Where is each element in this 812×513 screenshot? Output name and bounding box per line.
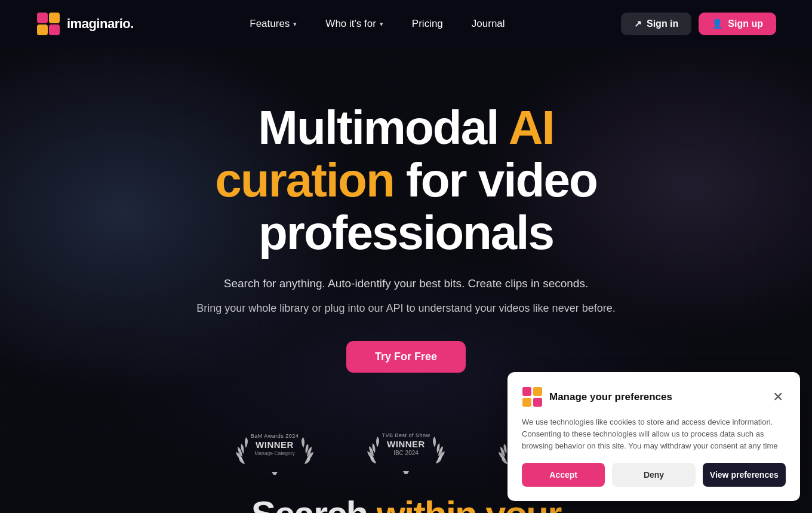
signin-button[interactable]: ↗ Sign in [621,13,691,35]
cookie-deny-button[interactable]: Deny [612,463,695,487]
award-status-label-2: WINNER [382,439,430,450]
nav-link-who-its-for[interactable]: Who it's for ▾ [313,12,395,36]
svg-rect-2 [37,24,48,35]
features-chevron-icon: ▾ [293,20,297,28]
award-org-label-2: TVB Best of Show [382,432,430,439]
award-text-bam-2024: BaM Awards 2024 WINNER Manage Category [251,433,299,456]
logo-link[interactable]: imaginario. [36,11,134,36]
cookie-brand-icon [522,386,543,408]
nav-links: Features ▾ Who it's for ▾ Pricing Journa… [238,12,516,36]
logo-text: imaginario. [67,16,134,32]
cookie-header: Manage your preferences ✕ [522,386,786,408]
svg-rect-5 [533,387,542,396]
who-its-for-chevron-icon: ▾ [380,20,383,28]
cookie-accept-button[interactable]: Accept [522,463,605,487]
try-for-free-button[interactable]: Try For Free [346,341,466,373]
svg-rect-4 [522,387,531,396]
cookie-view-preferences-button[interactable]: View preferences [703,463,786,487]
nav-link-pricing[interactable]: Pricing [400,12,455,36]
nav-actions: ↗ Sign in 👤 Sign up [621,13,776,35]
cookie-brand: Manage your preferences [522,386,672,408]
hero-section: Multimodal AI curation for video profess… [0,48,812,408]
nav-link-features[interactable]: Features ▾ [238,12,309,36]
svg-rect-0 [37,13,48,23]
award-category-label: Manage Category [251,450,299,456]
cookie-close-button[interactable]: ✕ [770,388,786,406]
award-text-tvb: TVB Best of Show WINNER IBC 2024 [382,432,430,457]
logo-icon [36,11,61,36]
nav-link-journal[interactable]: Journal [460,12,517,36]
svg-rect-7 [533,398,542,407]
svg-rect-6 [522,398,531,407]
navbar: imaginario. Features ▾ Who it's for ▾ Pr… [0,0,812,48]
award-bam-2024: BaM Awards 2024 WINNER Manage Category [233,427,316,456]
cookie-body-text: We use technologies like cookies to stor… [522,416,786,452]
award-tvb: TVB Best of Show WINNER IBC 2024 [364,426,448,457]
cookie-actions: Accept Deny View preferences [522,463,786,487]
external-link-icon: ↗ [634,19,642,29]
award-event-label: IBC 2024 [382,450,430,457]
svg-rect-1 [49,13,60,23]
svg-rect-3 [49,24,60,35]
award-status-label: WINNER [251,440,299,450]
hero-subtitle: Search for anything. Auto-identify your … [12,277,800,290]
award-org-label: BaM Awards 2024 [251,433,299,440]
cookie-consent-dialog: Manage your preferences ✕ We use technol… [508,372,800,501]
cookie-title: Manage your preferences [549,391,672,403]
hero-title: Multimodal AI curation for video profess… [12,102,800,259]
hero-body: Bring your whole library or plug into ou… [12,300,800,317]
user-plus-icon: 👤 [712,19,723,29]
signup-button[interactable]: 👤 Sign up [699,13,776,35]
